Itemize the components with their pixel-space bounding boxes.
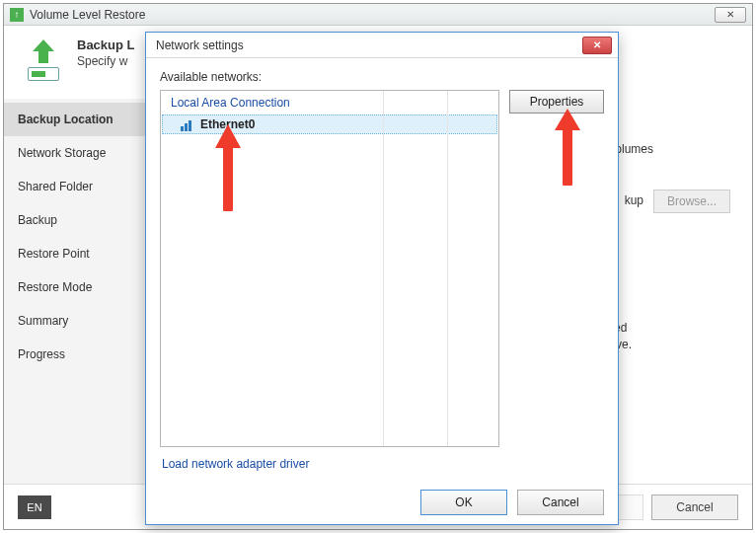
network-list[interactable]: Local Area Connection Ethernet0 [160, 90, 499, 447]
page-subtitle: Specify w [77, 54, 135, 68]
restore-icon [22, 38, 65, 87]
option-text-fragment: kup [625, 193, 643, 207]
window-title: Volume Level Restore [30, 8, 715, 22]
dialog-footer: OK Cancel [146, 481, 618, 524]
app-icon: ↑ [10, 8, 24, 22]
properties-button[interactable]: Properties [509, 90, 604, 114]
network-item-label: Ethernet0 [200, 117, 255, 131]
network-item-ethernet0[interactable]: Ethernet0 [162, 114, 497, 134]
load-driver-link[interactable]: Load network adapter driver [160, 447, 604, 475]
browse-button: Browse... [653, 190, 730, 213]
page-title: Backup L [77, 38, 135, 52]
wizard-window: ↑ Volume Level Restore ✕ Backup L Specif… [3, 3, 753, 530]
dialog-title: Network settings [156, 38, 582, 52]
dialog-body: Available networks: Local Area Connectio… [146, 58, 618, 481]
network-adapter-icon [181, 117, 194, 131]
wizard-titlebar: ↑ Volume Level Restore ✕ [4, 4, 752, 26]
dialog-titlebar: Network settings ✕ [146, 33, 618, 58]
dialog-close-icon[interactable]: ✕ [582, 37, 612, 54]
ok-button[interactable]: OK [420, 490, 507, 515]
dialog-cancel-button[interactable]: Cancel [517, 490, 604, 515]
network-group-header: Local Area Connection [161, 91, 498, 114]
network-settings-dialog: Network settings ✕ Available networks: L… [145, 32, 619, 525]
available-networks-label: Available networks: [160, 70, 604, 84]
wizard-cancel-button[interactable]: Cancel [651, 495, 738, 520]
close-icon[interactable]: ✕ [715, 7, 746, 23]
language-button[interactable]: EN [18, 495, 51, 519]
